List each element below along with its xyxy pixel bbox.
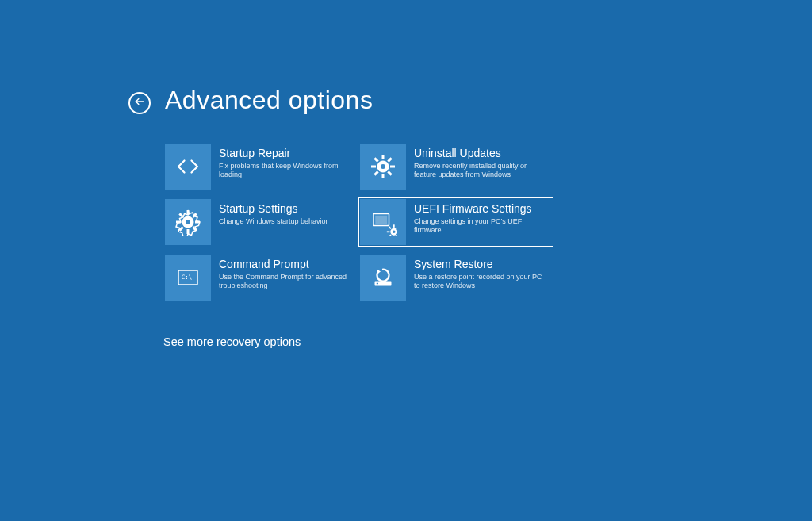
svg-marker-38 (377, 270, 381, 274)
svg-rect-31 (389, 234, 392, 236)
option-desc: Use a restore point recorded on your PC … (414, 273, 549, 291)
svg-point-35 (393, 231, 396, 234)
option-desc: Fix problems that keep Windows from load… (219, 162, 354, 180)
svg-rect-2 (187, 210, 190, 215)
page-title: Advanced options (165, 86, 373, 115)
svg-rect-33 (396, 234, 397, 236)
firmware-icon (360, 199, 406, 245)
see-more-recovery-options-link[interactable]: See more recovery options (163, 335, 812, 348)
svg-rect-16 (371, 166, 376, 168)
terminal-icon: C:\ (165, 255, 211, 301)
svg-point-23 (381, 164, 385, 169)
svg-point-11 (186, 220, 190, 224)
option-title: Startup Repair (219, 147, 354, 160)
svg-rect-3 (187, 229, 190, 234)
option-title: Startup Settings (219, 202, 328, 216)
option-uefi-firmware-settings[interactable]: UEFI Firmware Settings Change settings i… (358, 197, 553, 247)
svg-rect-30 (396, 226, 397, 229)
gear-icon (165, 199, 211, 245)
svg-rect-5 (195, 221, 200, 224)
svg-rect-18 (387, 157, 392, 162)
svg-rect-4 (176, 221, 181, 224)
option-title: Command Prompt (219, 258, 354, 271)
restore-icon (360, 255, 406, 301)
option-title: UEFI Firmware Settings (414, 202, 549, 216)
svg-rect-32 (389, 226, 392, 229)
option-startup-settings[interactable]: Startup Settings Change Windows startup … (163, 197, 358, 247)
code-icon (165, 144, 211, 190)
option-title: System Restore (414, 258, 549, 271)
svg-rect-26 (393, 224, 395, 228)
svg-rect-37 (377, 283, 378, 285)
option-system-restore[interactable]: System Restore Use a restore point recor… (358, 253, 553, 302)
option-desc: Use the Command Prompt for advanced trou… (219, 273, 354, 291)
svg-rect-25 (375, 216, 387, 224)
option-title: Uninstall Updates (414, 147, 549, 160)
option-uninstall-updates[interactable]: Uninstall Updates Remove recently instal… (358, 142, 553, 191)
option-command-prompt[interactable]: C:\ Command Prompt Use the Command Promp… (163, 253, 358, 302)
svg-rect-15 (382, 174, 385, 178)
svg-text:C:\: C:\ (182, 274, 193, 281)
svg-rect-17 (390, 166, 395, 168)
svg-rect-20 (373, 157, 378, 162)
option-startup-repair[interactable]: Startup Repair Fix problems that keep Wi… (163, 142, 358, 191)
gear-icon (360, 144, 406, 190)
back-button[interactable] (128, 92, 151, 114)
svg-rect-28 (387, 231, 390, 232)
arrow-left-icon (134, 96, 145, 110)
svg-rect-14 (382, 155, 385, 159)
svg-rect-19 (373, 170, 378, 175)
option-desc: Change Windows startup behavior (219, 217, 328, 226)
option-desc: Change settings in your PC's UEFI firmwa… (414, 217, 549, 236)
svg-rect-21 (387, 170, 392, 175)
option-desc: Remove recently installed quality or fea… (414, 162, 549, 180)
